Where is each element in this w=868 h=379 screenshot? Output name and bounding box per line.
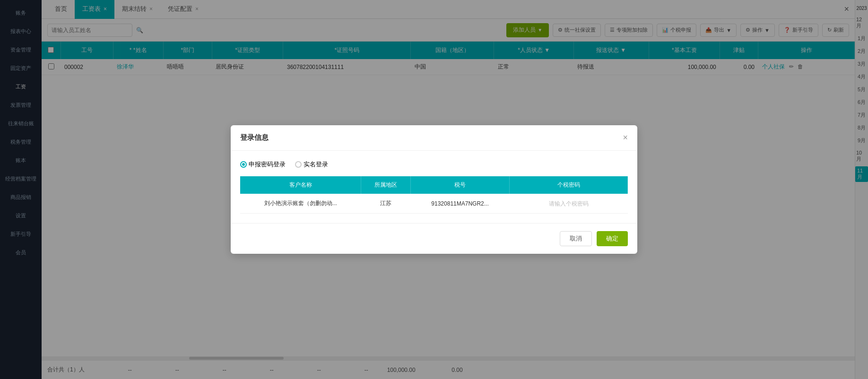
modal-close-button[interactable]: × (623, 133, 628, 143)
confirm-button[interactable]: 确定 (597, 231, 628, 246)
radio-realname-login[interactable]: 实名登录 (295, 160, 328, 169)
login-modal: 登录信息 × 申报密码登录 实名登录 客户名称 所属地区 (231, 125, 637, 254)
radio-password-login[interactable]: 申报密码登录 (240, 160, 286, 169)
login-info-table: 客户名称 所属地区 税号 个税密码 刘小艳演示账套（勿删勿动... 江苏 913… (240, 176, 628, 214)
modal-body: 申报密码登录 实名登录 客户名称 所属地区 税号 个税密码 (231, 151, 637, 223)
login-type-radio-group: 申报密码登录 实名登录 (240, 160, 628, 169)
modal-header: 登录信息 × (231, 125, 637, 151)
cell-tax-password[interactable] (510, 194, 628, 214)
col-region: 所属地区 (361, 176, 411, 194)
modal-title: 登录信息 (240, 133, 269, 142)
radio-password-indicator (240, 161, 247, 168)
modal-overlay: 登录信息 × 申报密码登录 实名登录 客户名称 所属地区 (0, 0, 868, 379)
modal-footer: 取消 确定 (231, 223, 637, 254)
tax-password-input[interactable] (515, 200, 622, 207)
col-tax-id: 税号 (411, 176, 510, 194)
radio-realname-indicator (295, 161, 302, 168)
cancel-button[interactable]: 取消 (560, 231, 592, 246)
col-tax-password: 个税密码 (510, 176, 628, 194)
col-client-name: 客户名称 (240, 176, 361, 194)
login-info-row: 刘小艳演示账套（勿删勿动... 江苏 91320811MA7NGR2... (240, 194, 628, 214)
cell-client-name: 刘小艳演示账套（勿删勿动... (240, 194, 361, 214)
cell-tax-id: 91320811MA7NGR2... (411, 194, 510, 214)
cell-region: 江苏 (361, 194, 411, 214)
